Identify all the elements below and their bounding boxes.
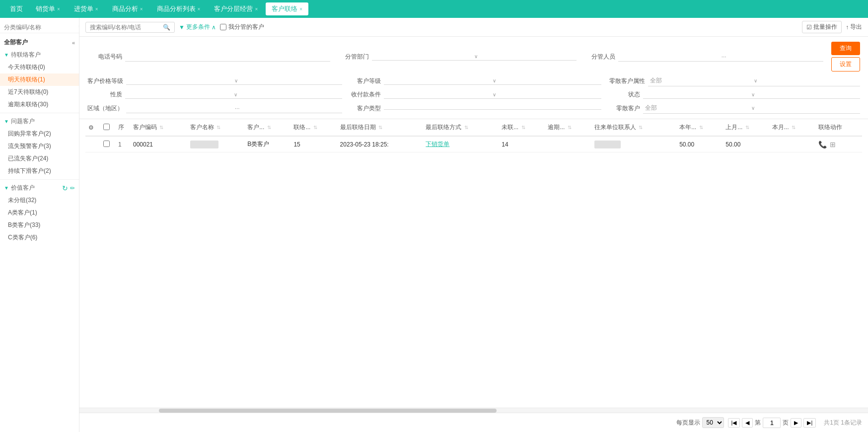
nav-item-product-analysis-list[interactable]: 商品分析列表 × — [151, 2, 207, 15]
contacts-masked: ██ — [594, 141, 621, 148]
close-icon[interactable]: × — [140, 6, 143, 12]
table-header-row: ⚙ 序 客户编码 ⇅ 客户名称 — [85, 119, 862, 136]
sidebar-search-input[interactable] — [4, 24, 78, 31]
person-select[interactable]: ··· — [618, 52, 823, 62]
close-icon[interactable]: × — [57, 6, 60, 12]
edit-icon[interactable]: ✏ — [70, 185, 75, 192]
data-table-container: ⚙ 序 客户编码 ⇅ 客户名称 — [79, 119, 868, 408]
customer-level-select[interactable]: ∨ — [384, 77, 601, 85]
sidebar-item-class-c[interactable]: C类客户(6) — [0, 231, 79, 244]
next-page-button[interactable]: ▶ — [791, 418, 801, 428]
row-select-checkbox[interactable] — [103, 141, 110, 147]
retail-customer-select[interactable]: 全部 ∨ — [643, 103, 860, 114]
close-icon[interactable]: × — [299, 6, 302, 12]
filter-row-3: 性质 ∨ 收付款条件 ∨ 状态 — [87, 90, 860, 99]
area-select[interactable]: ··· — [126, 104, 342, 113]
sidebar-group-problem[interactable]: ▼ 问题客户 — [0, 115, 79, 128]
sidebar-item-declining[interactable]: 持续下滑客户(2) — [0, 165, 79, 177]
sidebar-item-today[interactable]: 今天待联络(0) — [0, 61, 79, 73]
refresh-icon[interactable]: ↻ — [62, 184, 68, 192]
sidebar-item-class-b[interactable]: B类客户(33) — [0, 219, 79, 231]
last-page-button[interactable]: ▶| — [803, 418, 816, 428]
horizontal-scrollbar[interactable] — [79, 408, 868, 413]
search-icon[interactable]: 🔍 — [163, 24, 170, 31]
th-gear: ⚙ — [85, 119, 100, 136]
nav-item-customer-tier[interactable]: 客户分层经营 × — [208, 2, 264, 15]
th-code[interactable]: 客户编码 ⇅ — [130, 119, 187, 136]
th-not-contacted[interactable]: 未联... ⇅ — [499, 119, 545, 136]
nav-item-customer-contact[interactable]: 客户联络 × — [266, 2, 308, 15]
my-customers-filter[interactable]: 我分管的客户 — [220, 23, 264, 31]
sidebar-group-pending[interactable]: ▼ 待联络客户 — [0, 49, 79, 61]
chevron-down-icon: ∨ — [751, 92, 858, 97]
scrollbar-thumb[interactable] — [159, 409, 497, 413]
set-button[interactable]: 设置 — [831, 57, 860, 72]
th-contact-count[interactable]: 联络... ⇅ — [290, 119, 337, 136]
retail-attr-select[interactable]: 全部 ∨ — [648, 75, 860, 86]
close-icon[interactable]: × — [95, 6, 98, 12]
nav-item-sales[interactable]: 销货单 × — [30, 2, 66, 15]
row-last-method[interactable]: 下销货单 — [423, 136, 499, 152]
dept-select[interactable]: ∨ — [372, 53, 577, 61]
sidebar-item-churn-warning[interactable]: 流失预警客户(3) — [0, 140, 79, 152]
th-name[interactable]: 客户名称 ⇅ — [187, 119, 244, 136]
more-conditions-button[interactable]: ▼ 更多条件 ∧ — [179, 23, 216, 31]
gear-icon[interactable]: ⚙ — [88, 124, 94, 131]
grid-action-icon[interactable]: ⊞ — [830, 141, 836, 148]
select-all-checkbox[interactable] — [103, 124, 110, 130]
filter-search-container: 🔍 — [85, 22, 175, 33]
sidebar-group-value[interactable]: ▼ 价值客户 ↻ ✏ — [0, 182, 79, 194]
customer-type-select[interactable] — [384, 107, 601, 110]
th-last-method[interactable]: 最后联络方式 ⇅ — [423, 119, 499, 136]
more-options-icon: ··· — [722, 53, 821, 60]
filter-row-4: 区域（地区） ··· 客户类型 零散客户 全部 ∨ — [87, 103, 860, 114]
th-last-date[interactable]: 最后联络日期 ⇅ — [337, 119, 423, 136]
collapse-icon: « — [72, 40, 75, 46]
status-select[interactable]: ∨ — [643, 91, 860, 99]
sidebar-item-tomorrow[interactable]: 明天待联络(1) — [0, 73, 79, 86]
th-this-year[interactable]: 本年... ⇅ — [676, 119, 723, 136]
th-this-month[interactable]: 本月... ⇅ — [769, 119, 815, 136]
all-customers-header[interactable]: 全部客户 « — [0, 36, 79, 49]
th-last-month[interactable]: 上月... ⇅ — [723, 119, 769, 136]
arrow-icon: ▼ — [4, 52, 9, 58]
sidebar-item-churned[interactable]: 已流失客户(24) — [0, 152, 79, 165]
query-button[interactable]: 查询 — [831, 42, 860, 55]
phone-action-icon[interactable]: 📞 — [818, 141, 827, 148]
nav-item-purchase[interactable]: 进货单 × — [68, 2, 104, 15]
payment-field: 收付款条件 ∨ — [346, 90, 601, 99]
sidebar-item-7days[interactable]: 近7天待联络(0) — [0, 86, 79, 98]
phone-input[interactable] — [125, 52, 330, 62]
nav-home[interactable]: 首页 — [5, 2, 28, 15]
main-search-input[interactable] — [90, 24, 163, 31]
th-contacts[interactable]: 往来单位联系人 ⇅ — [591, 119, 677, 136]
th-overdue[interactable]: 逾期... ⇅ — [545, 119, 591, 136]
page-size-selector: 每页显示 50 — [676, 417, 724, 428]
sort-icon: ⇅ — [159, 125, 163, 130]
nav-item-product-analysis[interactable]: 商品分析 × — [106, 2, 149, 15]
filter-action-buttons: 查询 设置 — [831, 42, 860, 72]
th-type[interactable]: 客户... ⇅ — [244, 119, 290, 136]
payment-select[interactable]: ∨ — [384, 91, 601, 99]
close-icon[interactable]: × — [198, 6, 201, 12]
last-method-link[interactable]: 下销货单 — [426, 141, 449, 147]
close-icon[interactable]: × — [255, 6, 258, 12]
batch-operation-button[interactable]: ☑ 批量操作 — [802, 21, 842, 33]
sidebar-item-overdue[interactable]: 逾期未联络(30) — [0, 98, 79, 111]
customer-type-field: 客户类型 — [346, 104, 601, 113]
sidebar-item-repurchase-anomaly[interactable]: 回购异常客户(2) — [0, 128, 79, 140]
sort-icon: ⇅ — [639, 125, 643, 130]
first-page-button[interactable]: |◀ — [728, 418, 740, 428]
dept-field: 分管部门 ∨ — [334, 53, 577, 61]
price-level-select[interactable]: ∨ — [126, 77, 342, 85]
prev-page-button[interactable]: ◀ — [742, 418, 753, 428]
page-size-select[interactable]: 50 — [702, 417, 724, 428]
area-field: 区域（地区） ··· — [87, 104, 342, 113]
export-button[interactable]: ↑ 导出 — [846, 23, 862, 31]
sort-icon: ⇅ — [792, 125, 796, 130]
gender-select[interactable]: ∨ — [125, 91, 342, 99]
sidebar-item-ungroup[interactable]: 未分组(32) — [0, 194, 79, 207]
my-customers-checkbox[interactable] — [220, 24, 226, 30]
sidebar-item-class-a[interactable]: A类客户(1) — [0, 207, 79, 219]
page-number-input[interactable] — [763, 418, 781, 428]
